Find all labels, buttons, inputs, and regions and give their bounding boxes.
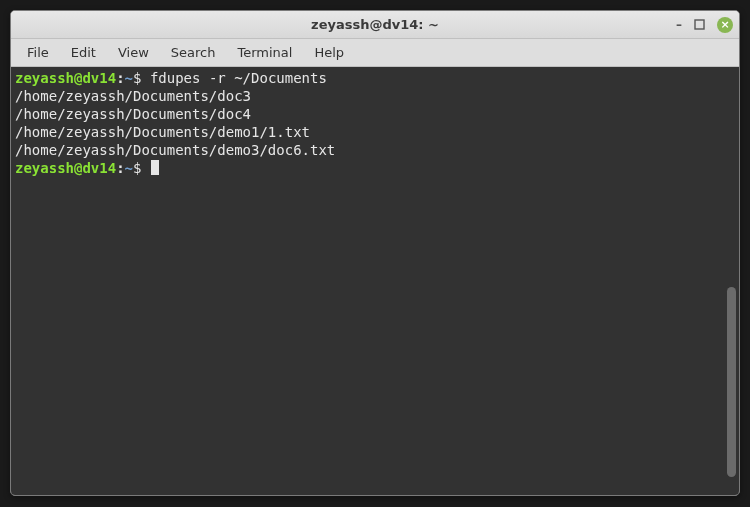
prompt-userhost: zeyassh@dv14 xyxy=(15,160,116,176)
minimize-button[interactable]: – xyxy=(676,19,682,31)
terminal-line: zeyassh@dv14:~$ fdupes -r ~/Documents xyxy=(15,69,735,87)
prompt-path: ~ xyxy=(125,160,133,176)
terminal-content[interactable]: zeyassh@dv14:~$ fdupes -r ~/Documents/ho… xyxy=(11,67,739,495)
close-button[interactable]: × xyxy=(717,17,733,33)
prompt-colon: : xyxy=(116,160,124,176)
command-text xyxy=(141,70,149,86)
menu-terminal[interactable]: Terminal xyxy=(227,41,302,64)
menubar: File Edit View Search Terminal Help xyxy=(11,39,739,67)
terminal-area[interactable]: zeyassh@dv14:~$ fdupes -r ~/Documents/ho… xyxy=(11,67,739,495)
prompt-userhost: zeyassh@dv14 xyxy=(15,70,116,86)
maximize-button[interactable] xyxy=(694,19,705,30)
output-line: /home/zeyassh/Documents/doc4 xyxy=(15,105,735,123)
command-text: fdupes -r ~/Documents xyxy=(150,70,327,86)
output-line: /home/zeyassh/Documents/demo3/doc6.txt xyxy=(15,141,735,159)
terminal-line: zeyassh@dv14:~$ xyxy=(15,159,735,177)
menu-help[interactable]: Help xyxy=(304,41,354,64)
scrollbar-thumb[interactable] xyxy=(727,287,736,477)
cursor xyxy=(151,160,159,175)
output-line: /home/zeyassh/Documents/demo1/1.txt xyxy=(15,123,735,141)
prompt-colon: : xyxy=(116,70,124,86)
menu-edit[interactable]: Edit xyxy=(61,41,106,64)
menu-view[interactable]: View xyxy=(108,41,159,64)
menu-file[interactable]: File xyxy=(17,41,59,64)
menu-search[interactable]: Search xyxy=(161,41,226,64)
titlebar[interactable]: zeyassh@dv14: ~ – × xyxy=(11,11,739,39)
terminal-window: zeyassh@dv14: ~ – × File Edit View Searc… xyxy=(10,10,740,496)
titlebar-buttons: – × xyxy=(676,11,733,38)
window-title: zeyassh@dv14: ~ xyxy=(311,17,439,32)
output-line: /home/zeyassh/Documents/doc3 xyxy=(15,87,735,105)
prompt-path: ~ xyxy=(125,70,133,86)
svg-rect-0 xyxy=(695,20,704,29)
